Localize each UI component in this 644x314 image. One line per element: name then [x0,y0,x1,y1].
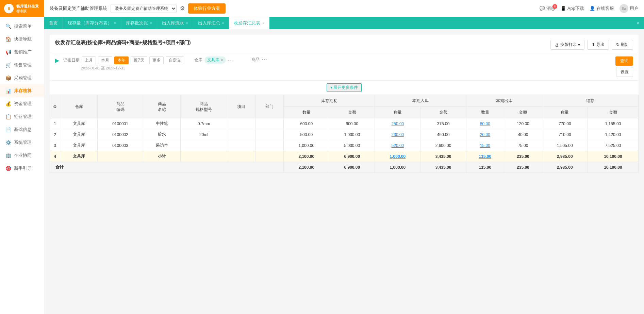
tab-close-icon[interactable]: × [186,21,188,25]
row-bal-qty: 710.00 [542,129,588,140]
date-btn-custom[interactable]: 自定义 [166,56,184,64]
sidebar-item-search[interactable]: 🔍 搜索菜单 [0,20,44,33]
sidebar-item-label: 资金管理 [14,101,32,107]
notification-item[interactable]: 💬 消息 6 [540,5,555,12]
app-select[interactable]: 装备及固定资产辅助管理系统 [111,4,177,13]
row-init-amt: 1,000.00 [329,129,375,140]
tab-label: 出入库流水 [162,20,184,26]
sidebar-item-inventory[interactable]: 📊 库存核算 [0,84,44,97]
tab-inventory-dist[interactable]: 现存量（库存分布表） × [63,17,121,29]
date-btn-7days[interactable]: 近7天 [131,56,147,64]
tab-home-label: 首页 [49,20,58,26]
date-btn-this-month[interactable]: 本月 [98,56,112,64]
subtotal-out-qty[interactable]: 115.00 [466,151,504,162]
row-name: 采访本 [143,140,181,151]
logo: 6 畅库通好生意 标准版 [0,0,44,17]
user-item[interactable]: Ea 用户 [620,4,639,13]
row-out-qty[interactable]: 20.00 [466,129,504,140]
sidebar-item-finance[interactable]: 💰 资金管理 [0,97,44,110]
sidebar-item-label: 搜索菜单 [14,23,32,29]
sidebar-item-marketing[interactable]: 📢 营销推广 [0,46,44,59]
col-warehouse-header: 仓库 [60,95,98,118]
col-settings-header[interactable]: ⚙ [50,95,60,118]
settings-button[interactable]: 设置 [616,67,633,77]
col-spec-header: 商品规格型号 [181,95,227,118]
sidebar-item-operation[interactable]: 📋 经营管理 [0,110,44,123]
tab-home[interactable]: 首页 [44,17,63,29]
chevron-down-icon: ▾ [578,43,580,47]
main-content: 收发存汇总表(按仓库+商品编码+商品+规格型号+项目+部门) 🖨 换版打印 ▾ … [44,29,644,314]
col-init-qty-header: 数量 [284,107,329,118]
avatar: Ea [620,4,628,13]
sidebar-item-system[interactable]: ⚙️ 系统管理 [0,136,44,149]
expand-conditions-button[interactable]: ▾ 展开更多条件 [327,83,362,92]
total-label: 合计 [50,162,284,173]
total-in-amt: 3,435.00 [420,162,466,173]
subtotal-spec [181,151,227,162]
row-init-amt: 900.00 [329,118,375,129]
sidebar-item-basic-info[interactable]: 📄 基础信息 [0,123,44,136]
row-in-qty[interactable]: 230.00 [375,129,420,140]
warehouse-more-icon[interactable]: ··· [228,57,234,63]
sidebar-item-label: 销售管理 [14,62,32,68]
try-button[interactable]: 体验行业方案 [188,3,226,14]
tab-batch-ledger[interactable]: 库存批次账 × [121,17,157,29]
logo-text: 畅库通好生意 标准版 [16,4,39,14]
online-service-label: 在线客服 [596,5,614,12]
row-out-amt: 40.00 [504,129,542,140]
filter-collapse-icon[interactable]: ▶ [55,57,59,64]
total-init-qty: 2,100.00 [284,162,329,173]
goods-filter-label: 商品 [251,57,260,63]
tab-label: 现存量（库存分布表） [68,20,112,26]
tab-inout-summary[interactable]: 出入库汇总 × [193,17,229,29]
col-name-header: 商品名称 [143,95,181,118]
refresh-button[interactable]: ↻ 刷新 [612,40,633,50]
finance-icon: 💰 [5,101,11,106]
date-btn-more[interactable]: 更多 [149,56,164,64]
sidebar-item-sales[interactable]: 🛒 销售管理 [0,59,44,71]
tab-recv-send-summary[interactable]: 收发存汇总表 × [229,17,269,29]
tab-close-icon[interactable]: × [150,21,152,25]
settings-icon[interactable]: ⚙ [180,5,185,12]
row-dept [255,140,284,151]
tab-close-icon[interactable]: × [262,21,264,25]
tab-label: 库存批次账 [126,20,148,26]
warehouse-tag-remove[interactable]: × [221,58,223,63]
row-out-qty[interactable]: 80.00 [466,118,504,129]
row-code: 0100003 [98,140,143,151]
export-button[interactable]: ⬆ 导出 [587,40,609,50]
tab-inout-flow[interactable]: 出入库流水 × [157,17,193,29]
goods-more-icon[interactable]: ··· [262,56,268,63]
row-in-qty[interactable]: 520.00 [375,140,420,151]
date-btn-this-year[interactable]: 本年 [114,56,129,64]
online-service-item[interactable]: 👤 在线客服 [590,5,614,12]
sidebar-item-label: 新手引导 [14,165,32,171]
subtotal-no: 4 [50,151,60,162]
sidebar-item-newbie[interactable]: 🎯 新手引导 [0,162,44,175]
tab-close-icon[interactable]: × [222,21,224,25]
row-in-qty[interactable]: 250.00 [375,118,420,129]
logo-icon: 6 [4,4,14,13]
col-out-amt-header: 金额 [504,107,542,118]
query-button[interactable]: 查询 [615,56,633,66]
row-init-qty: 600.00 [284,118,329,129]
col-balance-header: 结存 [542,95,638,107]
sidebar-item-purchase[interactable]: 📦 采购管理 [0,71,44,84]
tab-bar-close-icon[interactable]: × [632,17,644,29]
date-btn-last-month[interactable]: 上月 [82,56,96,64]
total-init-amt: 6,900.00 [329,162,375,173]
app-download-item[interactable]: 📱 App下载 [561,5,584,12]
row-out-qty[interactable]: 15.00 [466,140,504,151]
sidebar-item-quick-nav[interactable]: 🏠 快捷导航 [0,33,44,46]
table-container: ⚙ 仓库 商品编码 商品名称 商品规格型号 项目 部门 库存期初 本期入库 本期… [50,95,639,173]
row-bal-amt: 1,155.00 [588,118,638,129]
sidebar-item-enterprise[interactable]: 🏢 企业协同 [0,149,44,162]
subtotal-in-qty[interactable]: 1,000.00 [375,151,420,162]
app-title: 装备及固定资产辅助管理系统 [50,5,107,12]
export-icon: ⬆ [592,42,595,47]
total-in-qty: 1,000.00 [375,162,420,173]
row-in-amt: 2,600.00 [420,140,466,151]
tab-close-icon[interactable]: × [114,21,116,25]
row-spec: 0.7mm [181,118,227,129]
print-button[interactable]: 🖨 换版打印 ▾ [550,40,584,50]
